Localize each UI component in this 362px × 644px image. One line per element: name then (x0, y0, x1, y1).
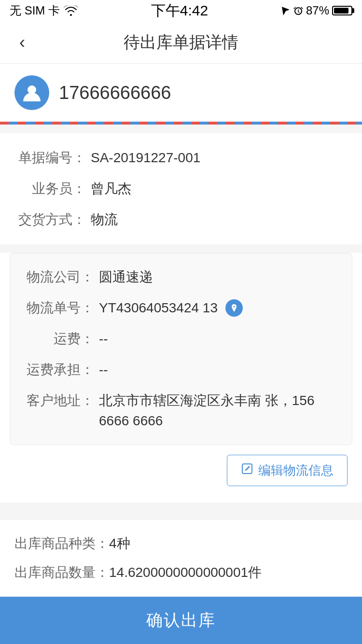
goods-quantity-row: 出库商品数量： 14.6200000000000001件 (14, 563, 348, 582)
page-title: 待出库单据详情 (124, 31, 238, 54)
status-bar-right: 87% (281, 4, 352, 17)
delivery-method-value: 物流 (86, 210, 348, 230)
user-icon (21, 82, 42, 103)
order-info-section: 单据编号： SA-20191227-001 业务员： 曾凡杰 交货方式： 物流 (0, 133, 362, 244)
section-separator-1 (0, 503, 362, 511)
logistics-company-value: 圆通速递 (94, 267, 339, 287)
tracking-no-label: 物流单号： (23, 298, 94, 318)
tracking-no-row: 物流单号： YT43064053424 13 (23, 298, 339, 318)
freight-bearer-row: 运费承担： -- (23, 360, 339, 380)
goods-quantity-label: 出库商品数量： (14, 563, 109, 582)
address-label: 客户地址： (23, 391, 94, 411)
freight-bearer-label: 运费承担： (23, 360, 94, 380)
edit-icon (241, 462, 253, 478)
battery-percent: 87% (306, 4, 329, 17)
goods-types-value: 4种 (109, 534, 348, 553)
freight-bearer-value: -- (94, 360, 339, 380)
back-button[interactable]: ‹ (14, 28, 30, 57)
salesman-value: 曾凡杰 (86, 179, 348, 199)
freight-label: 运费： (23, 329, 94, 349)
logistics-section-wrapper: 物流公司： 圆通速递 物流单号： YT43064053424 13 运费： (0, 253, 362, 503)
logistics-section: 物流公司： 圆通速递 物流单号： YT43064053424 13 运费： (10, 253, 352, 445)
edit-logistics-label: 编辑物流信息 (258, 462, 334, 479)
tracking-no-value: YT43064053424 13 (94, 298, 339, 318)
edit-logistics-btn-wrap: 编辑物流信息 (0, 445, 362, 498)
battery-fill (334, 8, 348, 14)
goods-types-row: 出库商品种类： 4种 (14, 534, 348, 553)
logistics-company-row: 物流公司： 圆通速递 (23, 267, 339, 287)
delivery-method-row: 交货方式： 物流 (14, 210, 348, 230)
carrier-label: 无 SIM 卡 (10, 3, 60, 18)
confirm-button[interactable]: 确认出库 (146, 609, 216, 631)
order-no-value: SA-20191227-001 (86, 148, 348, 168)
nav-bar: ‹ 待出库单据详情 (0, 21, 362, 64)
salesman-label: 业务员： (14, 179, 86, 199)
location-icon (281, 6, 291, 15)
goods-quantity-value: 14.6200000000000001件 (109, 563, 348, 582)
dashed-divider (0, 122, 362, 125)
edit-logistics-button[interactable]: 编辑物流信息 (227, 455, 348, 486)
bottom-bar: 确认出库 (0, 597, 362, 644)
avatar (14, 75, 49, 110)
freight-row: 运费： -- (23, 329, 339, 349)
order-no-row: 单据编号： SA-20191227-001 (14, 148, 348, 168)
goods-types-label: 出库商品种类： (14, 534, 109, 553)
tracking-location-icon[interactable] (225, 299, 243, 317)
alarm-icon (293, 6, 303, 15)
battery-indicator (332, 6, 352, 15)
order-no-label: 单据编号： (14, 148, 86, 168)
status-bar: 无 SIM 卡 下午4:42 87% (0, 0, 362, 21)
status-bar-time: 下午4:42 (151, 1, 208, 21)
customer-header: 17666666666 (0, 64, 362, 122)
address-row: 客户地址： 北京市市辖区海淀区永丰南 张，156 6666 6666 (23, 391, 339, 431)
address-value: 北京市市辖区海淀区永丰南 张，156 6666 6666 (94, 391, 339, 431)
freight-value: -- (94, 329, 339, 349)
status-bar-left: 无 SIM 卡 (10, 3, 78, 18)
wifi-icon (64, 5, 78, 16)
logistics-company-label: 物流公司： (23, 267, 94, 287)
delivery-method-label: 交货方式： (14, 210, 86, 230)
salesman-row: 业务员： 曾凡杰 (14, 179, 348, 199)
goods-section: 出库商品种类： 4种 出库商品数量： 14.6200000000000001件 (0, 520, 362, 596)
customer-phone: 17666666666 (59, 83, 171, 103)
